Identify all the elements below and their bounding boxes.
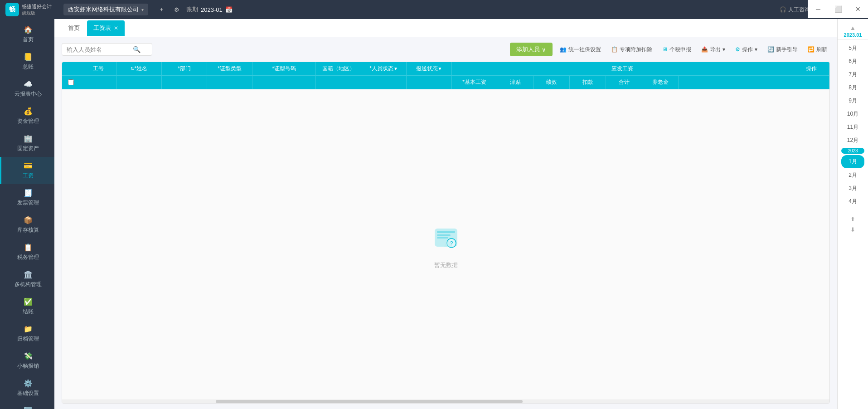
sidebar-item-tax[interactable]: 📋 税务管理 (0, 239, 54, 266)
period-panel: ▲ 2023.01 ▼ 5月 6月 7月 8月 9月 10月 11月 12月 2… (837, 19, 868, 409)
th-id-type: *证型类型 (207, 62, 252, 75)
tab-salary-table[interactable]: 工资表 ✕ (87, 20, 125, 36)
th-salary-group: 应发工资 (452, 62, 793, 75)
company-chevron-icon: ▾ (141, 7, 144, 12)
empty-icon: ? (428, 219, 464, 256)
social-settings-button[interactable]: 👥 统一社保设置 (557, 44, 604, 55)
salary-icon: 💳 (24, 161, 33, 170)
sidebar-label-home: 首页 (23, 36, 34, 44)
operations-chevron-icon: ▾ (755, 46, 757, 53)
customer-service-button[interactable]: 🎧 人工咨询 (780, 6, 810, 14)
search-input[interactable] (67, 46, 130, 53)
period-month-3[interactable]: 3月 (838, 182, 868, 195)
period-month-4[interactable]: 4月 (838, 195, 868, 208)
special-deduction-icon: 📋 (611, 46, 618, 53)
cloud-icon: ☁️ (24, 80, 33, 88)
sidebar-item-cloud-report[interactable]: ☁️ 云报表中心 (0, 75, 54, 102)
table-body: ? 暂无数据 (62, 89, 829, 399)
social-settings-icon: 👥 (560, 46, 567, 53)
th-region: 国籍（地区） (316, 62, 361, 75)
guide-button[interactable]: 🔄 新手引导 (765, 44, 800, 55)
social-settings-label: 统一社保设置 (568, 46, 601, 54)
sidebar-item-invoice[interactable]: 🧾 发票管理 (0, 184, 54, 211)
special-deduction-button[interactable]: 📋 专项附加扣除 (608, 44, 655, 55)
tax-declaration-button[interactable]: 🖥 个税申报 (659, 44, 694, 55)
sidebar-label-inventory: 库存核算 (17, 226, 39, 234)
minimize-button[interactable]: ─ (808, 0, 828, 18)
svg-rect-2 (437, 234, 451, 236)
add-button[interactable]: ＋ (155, 4, 167, 15)
period-month-11[interactable]: 11月 (838, 121, 868, 134)
add-person-button[interactable]: 添加人员 ∨ (510, 43, 553, 56)
sidebar-item-home[interactable]: 🏠 首页 (0, 21, 54, 48)
period-month-7[interactable]: 7月 (838, 68, 868, 81)
guide-icon: 🆕 (24, 406, 33, 409)
filter-status-icon[interactable]: ▼ (393, 66, 398, 71)
content-area: 首页 工资表 ✕ 🔍 添加人员 ∨ (54, 19, 837, 409)
period-nav-up[interactable]: ▲ (849, 24, 857, 32)
svg-rect-1 (437, 231, 455, 233)
export-icon: 📤 (701, 46, 708, 53)
page-content: 🔍 添加人员 ∨ 👥 统一社保设置 📋 专项附加扣除 (54, 37, 837, 409)
sidebar-label-fund: 资金管理 (17, 117, 39, 125)
period-area: 账期 2023-01 📅 (186, 5, 233, 14)
tab-home[interactable]: 首页 (62, 20, 86, 36)
sidebar-label-expense: 小畅报销 (17, 362, 39, 370)
th-action: 操作 (793, 62, 829, 75)
sidebar-item-multi-org[interactable]: 🏛️ 多机构管理 (0, 266, 54, 293)
period-month-2[interactable]: 2月 (838, 169, 868, 182)
refresh-button[interactable]: 🔁 刷新 (805, 44, 830, 55)
th-id-no: *证型号码 (252, 62, 316, 75)
invoice-icon: 🧾 (24, 189, 33, 197)
period-scroll-down[interactable]: ⬇ (849, 225, 856, 234)
fund-icon: 💰 (24, 107, 33, 116)
main-layout: 🏠 首页 📒 总账 ☁️ 云报表中心 💰 资金管理 🏢 固定资产 💳 工资 🧾 … (0, 19, 868, 409)
sidebar-item-salary[interactable]: 💳 工资 (0, 157, 54, 184)
period-month-9[interactable]: 9月 (838, 94, 868, 107)
settings-icon[interactable]: ⚙ (171, 4, 183, 15)
sidebar-label-archive: 归档管理 (17, 335, 39, 343)
period-scroll-up[interactable]: ⬆ (849, 215, 856, 224)
sidebar-item-ledger[interactable]: 📒 总账 (0, 48, 54, 75)
sidebar-item-archive[interactable]: 📁 归档管理 (0, 320, 54, 347)
sidebar-item-guide[interactable]: 🆕 新手引导 (0, 402, 54, 409)
logo-text: 畅捷通好会计 旗舰版 (22, 3, 52, 15)
sidebar-item-expense[interactable]: 💸 小畅报销 (0, 347, 54, 375)
sidebar-label-tax: 税务管理 (17, 253, 39, 261)
th-report-status: 报送状态 ▼ (407, 62, 452, 75)
calendar-icon[interactable]: 📅 (225, 6, 233, 13)
sidebar-item-fixed-assets[interactable]: 🏢 固定资产 (0, 130, 54, 157)
th-status: *人员状态 ▼ (361, 62, 407, 75)
period-month-12[interactable]: 12月 (838, 134, 868, 147)
th-no: 工号 (80, 62, 116, 75)
export-label: 导出 (710, 46, 721, 54)
expense-icon: 💸 (24, 352, 33, 360)
export-button[interactable]: 📤 导出 ▾ (698, 44, 728, 55)
logo-area: 畅 畅捷通好会计 旗舰版 (5, 3, 60, 16)
period-month-6[interactable]: 6月 (838, 55, 868, 68)
operations-button[interactable]: ⚙ 操作 ▾ (732, 44, 760, 55)
sidebar-item-inventory[interactable]: 📦 库存核算 (0, 211, 54, 239)
period-month-8[interactable]: 8月 (838, 81, 868, 94)
filter-report-icon[interactable]: ▼ (438, 66, 442, 71)
sidebar-item-settle[interactable]: ✅ 结账 (0, 293, 54, 320)
period-month-5[interactable]: 5月 (838, 42, 868, 55)
sidebar-item-settings[interactable]: ⚙️ 基础设置 (0, 375, 54, 402)
company-name: 西安虾米网络科技有限公司 (68, 5, 139, 14)
close-button[interactable]: ✕ (848, 0, 868, 18)
table-scrollbar[interactable] (62, 399, 829, 403)
multi-org-icon: 🏛️ (24, 270, 33, 279)
sidebar-label-fixed-assets: 固定资产 (17, 145, 39, 152)
sidebar-label-invoice: 发票管理 (17, 199, 39, 207)
company-selector[interactable]: 西安虾米网络科技有限公司 ▾ (63, 4, 148, 15)
period-month-1[interactable]: 1月 (841, 155, 864, 168)
sidebar-item-fund[interactable]: 💰 资金管理 (0, 102, 54, 130)
add-person-label: 添加人员 (516, 45, 540, 54)
top-header: 畅 畅捷通好会计 旗舰版 西安虾米网络科技有限公司 ▾ ＋ ⚙ 账期 2023-… (0, 0, 868, 19)
period-month-10[interactable]: 10月 (838, 107, 868, 121)
select-all-checkbox[interactable] (68, 79, 74, 85)
tab-close-icon[interactable]: ✕ (114, 25, 118, 31)
toolbar-right: 添加人员 ∨ 👥 统一社保设置 📋 专项附加扣除 🖥 个税申报 (510, 43, 830, 56)
maximize-button[interactable]: ⬜ (828, 0, 848, 18)
operations-icon: ⚙ (735, 46, 740, 53)
